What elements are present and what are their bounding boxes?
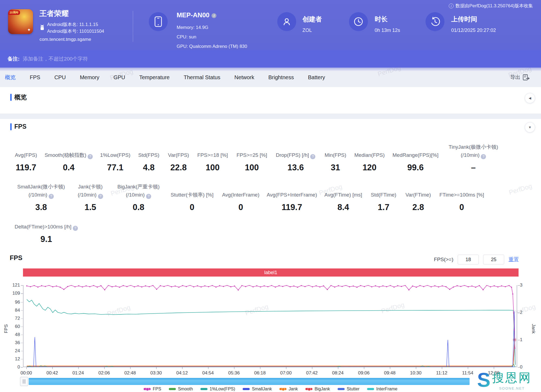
reset-button[interactable]: 重置: [509, 256, 519, 263]
fps-chart-plot[interactable]: [23, 285, 517, 367]
metric-medrange-fps: MedRange(FPS)[%]99.6: [392, 142, 438, 172]
metric-label: Var(FTime): [405, 182, 431, 199]
tab-temperature[interactable]: Temperature: [139, 74, 170, 81]
legend-item-fps[interactable]: FPS: [144, 387, 161, 391]
metric-ftime-ge100: FTime>=100ms [%]0: [439, 182, 484, 212]
y-tick-left: 24: [9, 348, 20, 354]
fps-dot: [26, 285, 27, 286]
fps-dot: [394, 287, 395, 288]
legend-item-1-low-fps-[interactable]: 1%Low(FPS): [200, 387, 235, 391]
help-icon[interactable]: ?: [98, 194, 103, 199]
x-tick-mark: [468, 367, 468, 369]
device-gpu: GPU: Qualcomm Adreno (TM) 830: [177, 42, 247, 51]
legend-item-smalljank[interactable]: SmallJank: [243, 387, 272, 391]
fps-chart-svg: [24, 285, 518, 367]
metric-std-fps: Std(FPS)4.8: [138, 142, 159, 172]
tab-brightness[interactable]: Brightness: [268, 74, 294, 81]
fps-dot: [514, 329, 515, 330]
fps-dot: [208, 286, 209, 287]
metric-label: Min(FPS): [325, 142, 346, 159]
fps-dot: [511, 287, 512, 288]
fps-card: FPS ▼ Avg(FPS)119.7Smooth(稳帧指数)?0.41%Low…: [0, 119, 541, 392]
metric-stutter: Stutter(卡顿率) [%]0: [171, 182, 213, 212]
legend-item-stutter[interactable]: Stutter: [338, 387, 359, 391]
export-icon: [523, 74, 530, 81]
tab-battery[interactable]: Battery: [308, 74, 325, 81]
fps-dot: [197, 285, 198, 286]
y-tick-mark: [518, 367, 520, 368]
help-icon[interactable]: ?: [88, 154, 93, 159]
legend-label: 1%Low(FPS): [210, 387, 235, 391]
x-tick-mark: [182, 367, 183, 369]
duration-icon-circle: [349, 12, 368, 31]
y-tick-mark: [21, 285, 23, 286]
x-tick-mark: [312, 367, 312, 369]
duration-value: 0h 13m 12s: [375, 28, 400, 33]
metric-value: 9.1: [15, 234, 78, 244]
app-icon-badge: 10周年: [8, 10, 20, 15]
fps-dot: [126, 286, 127, 287]
overview-collapse-button[interactable]: ◀: [525, 93, 535, 103]
x-tick-label: 04:12: [171, 370, 193, 376]
fps-dot: [279, 285, 280, 286]
fps-threshold-input-1[interactable]: [458, 255, 479, 264]
note-placeholder[interactable]: 添加备注，不超过200个字符: [23, 55, 88, 62]
fps-dot: [201, 286, 202, 287]
collect-info: i 数据由PerfDog(11.3.250764)版本收集: [449, 3, 533, 9]
help-icon[interactable]: ?: [310, 154, 315, 159]
metric-avg-fps-interframe: Avg(FPS+InterFrame)119.7: [267, 182, 317, 212]
legend-item-bigjank[interactable]: BigJank: [305, 387, 330, 391]
y-tick-right: 0: [520, 364, 531, 370]
legend-item-interframe[interactable]: InterFrame: [367, 387, 397, 391]
legend-item-jank[interactable]: Jank: [279, 387, 298, 391]
fps-dot: [45, 286, 46, 287]
device-model: MEP-AN00i: [177, 11, 216, 19]
fps-chart-title: FPS: [10, 254, 22, 262]
fps-collapse-button[interactable]: ▼: [525, 122, 535, 132]
device-info-icon[interactable]: i: [212, 13, 216, 18]
note-bar[interactable]: 备注: 添加备注，不超过200个字符: [0, 50, 541, 68]
metric-value: 0: [171, 202, 213, 212]
fps-dot: [423, 286, 424, 287]
fps-dot: [163, 286, 164, 287]
tab-fps[interactable]: FPS: [30, 74, 40, 81]
fps-dot: [501, 285, 502, 286]
fps-metrics-row-3: Delta(FTime)>100ms [/h]?9.1: [0, 222, 541, 255]
device-specs: Memory: 14.9G CPU: sun GPU: Qualcomm Adr…: [177, 23, 247, 51]
metric-label: SmallJank(微小卡顿)(/10min)?: [17, 182, 65, 199]
tab-memory[interactable]: Memory: [80, 74, 99, 81]
fps-dot: [215, 287, 216, 288]
fps-dot: [85, 285, 87, 286]
x-tick-mark: [494, 367, 494, 369]
android-version-code: Android版本号: 1101011504: [47, 28, 104, 35]
chart-scrollbar-track[interactable]: [29, 378, 470, 385]
fps-dot: [149, 286, 150, 287]
tab-cpu[interactable]: CPU: [54, 74, 66, 81]
fps-dot: [494, 285, 495, 286]
y-tick-mark: [21, 318, 23, 319]
tab-overview[interactable]: 概览: [5, 74, 16, 81]
tab-thermal-status[interactable]: Thermal Status: [184, 74, 220, 81]
metric-value: 22.8: [168, 163, 189, 172]
android-version-block: Android版本名: 11.1.1.15 Android版本号: 110101…: [39, 21, 104, 35]
chart-scrollbar-handle[interactable]: [20, 377, 28, 386]
help-icon[interactable]: ?: [49, 194, 54, 199]
report-header: i 数据由PerfDog(11.3.250764)版本收集 10周年 ✦ 王者荣…: [0, 0, 541, 50]
fps-threshold-input-2[interactable]: [483, 255, 504, 264]
x-tick-mark: [52, 367, 53, 369]
metric-label: FPS>=25 [%]: [236, 142, 267, 159]
fps-metrics-row-1: Avg(FPS)119.7Smooth(稳帧指数)?0.41%Low(FPS)7…: [0, 142, 541, 177]
help-icon[interactable]: ?: [73, 226, 78, 231]
tab-network[interactable]: Network: [235, 74, 254, 81]
help-icon[interactable]: ?: [146, 194, 151, 199]
fps-dot: [282, 286, 283, 287]
fps-dot: [82, 286, 83, 287]
legend-item-smooth[interactable]: Smooth: [169, 387, 193, 391]
overview-header: 概览: [10, 93, 27, 101]
upload-label: 上传时间: [451, 15, 477, 24]
help-icon[interactable]: ?: [481, 154, 486, 159]
metric-label: Smooth(稳帧指数)?: [45, 142, 93, 159]
y-tick-left: 48: [9, 332, 20, 337]
metric-std-ftime: Std(FTime)1.7: [371, 182, 396, 212]
fps-dot: [427, 285, 428, 286]
